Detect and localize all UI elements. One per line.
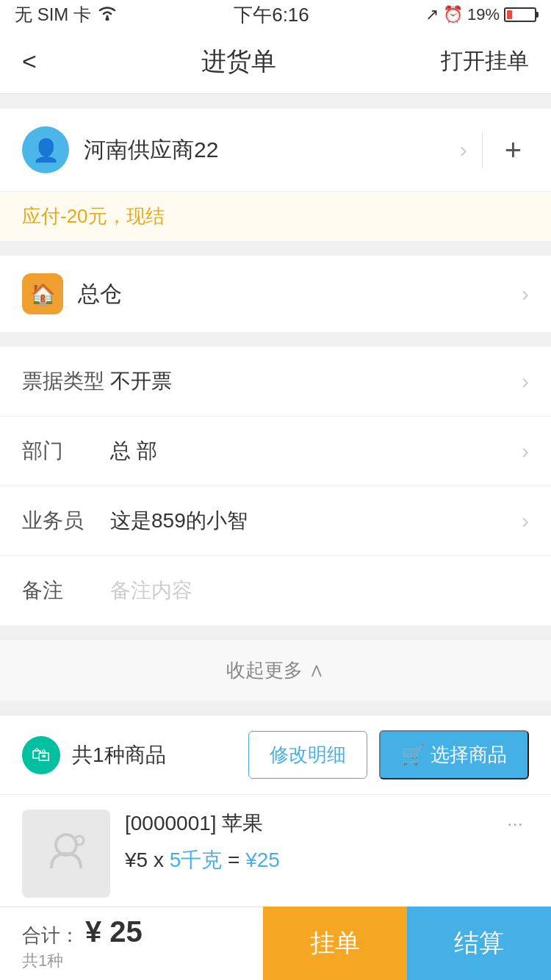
checkout-label: 结算 [454, 926, 504, 960]
svg-point-1 [56, 835, 76, 855]
department-value: 总 部 [110, 437, 522, 465]
sales-chevron-icon: › [522, 508, 529, 533]
invoice-value: 不开票 [110, 367, 522, 395]
battery-icon [504, 7, 536, 22]
footer-total-label: 合计： ¥ 25 [22, 915, 241, 948]
modify-detail-button[interactable]: 修改明细 [248, 731, 367, 779]
collapse-row[interactable]: 收起更多 ∧ [0, 640, 551, 701]
notice-text: 应付-20元，现结 [22, 205, 165, 227]
alarm-icon: ⏰ [443, 5, 463, 24]
product-total: ¥25 [245, 849, 280, 871]
supplier-avatar-icon: 👤 [32, 137, 60, 163]
top-divider [0, 94, 551, 109]
product-card: [0000001] 苹果 ¥5 x 5千克 = ¥25 ··· [0, 795, 551, 912]
collapse-label: 收起更多 ∧ [226, 657, 324, 683]
supplier-card: 👤 河南供应商22 › + 应付-20元，现结 [0, 109, 551, 241]
warehouse-card: 🏠 总仓 › [0, 256, 551, 332]
warehouse-row[interactable]: 🏠 总仓 › [0, 256, 551, 332]
supplier-name: 河南供应商22 [84, 135, 460, 165]
battery-percent: 19% [467, 5, 500, 24]
footer-total: 合计： ¥ 25 共1种 [0, 907, 263, 980]
supplier-divider [482, 131, 483, 168]
add-supplier-button[interactable]: + [497, 134, 529, 167]
wifi-icon [97, 4, 118, 25]
footer: 合计： ¥ 25 共1种 挂单 结算 [0, 907, 551, 980]
status-left: 无 SIM 卡 [15, 3, 118, 26]
total-label-text: 合计： [22, 923, 79, 948]
notice-banner: 应付-20元，现结 [0, 192, 551, 241]
invoice-label: 票据类型 [22, 367, 110, 395]
warehouse-icon: 🏠 [22, 273, 63, 314]
remark-row[interactable]: 备注 备注内容 [0, 556, 551, 625]
status-right: ↗ ⏰ 19% [425, 5, 536, 24]
products-section: 🛍 共1种商品 修改明细 🛒 选择商品 [0, 716, 551, 794]
open-pending-button[interactable]: 打开挂单 [441, 46, 529, 76]
supplier-avatar: 👤 [22, 126, 69, 173]
invoice-row[interactable]: 票据类型 不开票 › [0, 347, 551, 417]
pending-label: 挂单 [310, 926, 360, 960]
status-bar: 无 SIM 卡 下午6:16 ↗ ⏰ 19% [0, 0, 551, 29]
supplier-chevron-icon: › [460, 137, 467, 162]
product-placeholder-icon [37, 824, 96, 883]
product-code: [0000001] [125, 812, 217, 835]
total-amount: ¥ 25 [85, 915, 143, 948]
sales-row[interactable]: 业务员 这是859的小智 › [0, 486, 551, 556]
gps-icon: ↗ [425, 5, 439, 24]
product-info: [0000001] 苹果 ¥5 x 5千克 = ¥25 [125, 810, 486, 874]
product-name: [0000001] 苹果 [125, 810, 486, 837]
sales-label: 业务员 [22, 507, 110, 535]
product-more-button[interactable]: ··· [501, 810, 529, 838]
product-calc: ¥5 x 5千克 = ¥25 [125, 846, 486, 874]
products-header: 🛍 共1种商品 修改明细 🛒 选择商品 [0, 716, 551, 794]
invoice-chevron-icon: › [522, 369, 529, 394]
remark-input[interactable]: 备注内容 [110, 577, 529, 605]
product-thumbnail [22, 810, 110, 898]
select-product-button[interactable]: 🛒 选择商品 [379, 730, 529, 779]
remark-label: 备注 [22, 577, 110, 605]
products-icon: 🛍 [22, 736, 60, 774]
carrier-text: 无 SIM 卡 [15, 3, 91, 26]
product-multiply: x [154, 849, 170, 871]
sales-value: 这是859的小智 [110, 507, 522, 535]
select-product-label: 选择商品 [431, 742, 507, 768]
total-count: 共1种 [22, 950, 241, 972]
product-title: 苹果 [222, 812, 263, 835]
warehouse-chevron-icon: › [522, 281, 529, 306]
back-button[interactable]: < [22, 47, 37, 76]
warehouse-name: 总仓 [78, 279, 522, 309]
product-price: ¥5 [125, 849, 148, 871]
checkout-button[interactable]: 结算 [407, 907, 551, 980]
svg-point-0 [106, 18, 109, 21]
pending-button[interactable]: 挂单 [263, 907, 407, 980]
status-time: 下午6:16 [234, 2, 309, 28]
department-chevron-icon: › [522, 439, 529, 464]
cart-icon: 🛒 [401, 743, 425, 766]
warehouse-symbol: 🏠 [30, 282, 56, 306]
supplier-row[interactable]: 👤 河南供应商22 › + [0, 109, 551, 192]
product-equals: = [228, 849, 245, 871]
products-bag-icon: 🛍 [32, 743, 51, 766]
product-quantity: 5千克 [170, 849, 223, 871]
nav-bar: < 进货单 打开挂单 [0, 29, 551, 94]
page-title: 进货单 [201, 45, 276, 79]
department-label: 部门 [22, 437, 110, 465]
department-row[interactable]: 部门 总 部 › [0, 417, 551, 486]
form-section: 票据类型 不开票 › 部门 总 部 › 业务员 这是859的小智 › 备注 备注… [0, 347, 551, 625]
products-count: 共1种商品 [72, 741, 248, 769]
